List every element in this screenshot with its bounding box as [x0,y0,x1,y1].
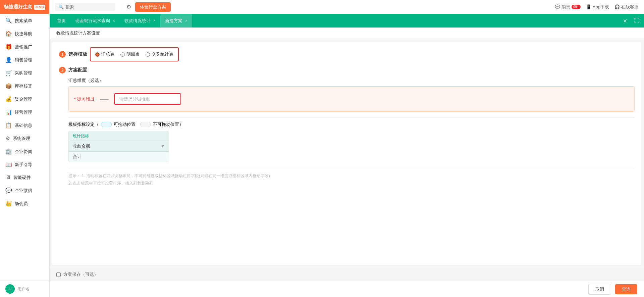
search-input[interactable] [66,5,109,9]
sidebar-item-enterprise[interactable]: 🏢 企业协同 [0,145,49,158]
static-hint-label: 不可拖动位置） [153,121,183,128]
summary-dimension-label: 汇总维度（必选） [68,78,635,84]
system-icon: ⚙ [5,135,10,142]
radio-cross-label: 交叉统计表 [152,51,173,57]
query-button[interactable]: 查询 [615,284,637,294]
radio-cross[interactable]: 交叉统计表 [146,51,173,57]
support-label: 在线客服 [621,4,639,10]
download-icon: 📱 [586,4,591,9]
purchase-icon: 🛒 [5,70,12,76]
sidebar-item-basic-info[interactable]: 📋 基础信息 [0,119,49,132]
message-label: 消息 [561,4,570,10]
sidebar-label-member: 畅会员 [15,201,28,207]
draggable-hint-label: 可拖动位置 [114,121,136,128]
sidebar-item-marketing[interactable]: 🎁 营销推广 [0,40,49,53]
marketing-icon: 🎁 [5,44,12,50]
sidebar-label-operations: 经营管理 [15,109,32,115]
footer-bar: 取消 查询 [50,281,644,297]
sidebar-item-wechat[interactable]: 💬 企业微信 [0,184,49,197]
metrics-table: 统计指标 收款金额 ▼ 合计 [68,131,169,162]
sidebar-item-purchase[interactable]: 🛒 采购管理 [0,66,49,80]
metrics-subtotal: 合计 [69,152,169,162]
search-box[interactable]: 🔍 [55,3,115,11]
save-option-bar: 方案保存（可选） [50,268,644,281]
save-checkbox[interactable] [56,273,61,277]
radio-summary-input[interactable] [95,52,100,57]
metrics-section: 模板指标设定（ 可拖动位置 不可拖动位置） 统计指标 收款金额 ▼ [68,117,635,162]
tab-close-new-plan[interactable]: × [185,18,187,23]
sidebar-item-finance[interactable]: 💰 资金管理 [0,93,49,106]
tab-label-new-plan: 新建方案 [165,18,182,24]
draggable-hint-dot [101,122,112,127]
sidebar-label-basic-info: 基础信息 [15,122,32,129]
sidebar-item-system[interactable]: ⚙ 系统管理 [0,132,49,145]
tab-home[interactable]: 首页 [52,14,70,28]
trial-button[interactable]: 体验行业方案 [135,2,171,12]
metrics-table-header: 统计指标 [69,131,169,141]
dimension-select[interactable]: 请选择分组维度 [114,93,181,105]
tab-bar: 首页现金银行流水查询×收款情况统计×新建方案× ✕ ⛶ [50,14,644,28]
radio-summary[interactable]: 汇总表 [95,51,114,57]
tab-receipt-stats[interactable]: 收款情况统计× [120,14,160,28]
sidebar-item-search-menu[interactable]: 🔍 搜索菜单 [0,14,49,27]
metrics-col-label: 收款金额 [73,143,90,149]
metrics-header-row: 模板指标设定（ 可拖动位置 不可拖动位置） [68,121,635,128]
quick-nav-icon: 🏠 [5,31,12,37]
radio-detail-input[interactable] [120,52,125,57]
download-item[interactable]: 📱 App下载 [586,4,609,10]
radio-detail[interactable]: 明细表 [120,51,140,57]
main-content: 🔍 ⚙ 体验行业方案 💬 消息 99+ 📱 App下载 🎧 在线客服 首页现金银… [50,0,644,297]
tab-close-receipt-stats[interactable]: × [153,18,156,23]
tab-bar-right: ✕ ⛶ [621,17,641,25]
radio-summary-label: 汇总表 [101,51,114,57]
row-dimension-label: * 纵向维度 [74,96,95,102]
sales-icon: 👤 [5,57,12,63]
close-all-icon[interactable]: ✕ [621,17,629,25]
sidebar-item-smart-hw[interactable]: 🖥 智能硬件 [0,171,49,184]
search-menu-icon: 🔍 [5,17,12,24]
sidebar-label-finance: 资金管理 [15,96,32,102]
tab-close-bank-flow[interactable]: × [113,18,115,23]
user-name: 用户名 [17,286,30,292]
support-item[interactable]: 🎧 在线客服 [614,4,639,10]
sidebar-item-inventory[interactable]: 📦 库存核算 [0,80,49,93]
finance-icon: 💰 [5,96,12,102]
step1-number: 1 [59,51,66,58]
message-item[interactable]: 💬 消息 99+ [555,4,581,10]
sidebar-item-operations[interactable]: 📊 经营管理 [0,106,49,119]
radio-cross-input[interactable] [146,52,150,57]
tips-area: 提示： 1. 拖动标题栏可以调整布局，不可跨维度或指标区域拖动栏目字段(只能在同… [68,169,635,190]
top-header: 🔍 ⚙ 体验行业方案 💬 消息 99+ 📱 App下载 🎧 在线客服 [50,0,644,14]
sidebar-item-newbie[interactable]: 📖 新手引导 [0,158,49,171]
gear-icon[interactable]: ⚙ [126,4,131,10]
inventory-icon: 📦 [5,83,12,89]
sidebar-item-member[interactable]: 👑 畅会员 [0,197,49,210]
sidebar-item-quick-nav[interactable]: 🏠 快捷导航 [0,27,49,40]
tab-label-receipt-stats: 收款情况统计 [124,18,151,24]
metrics-dropdown-icon[interactable]: ▼ [161,144,165,149]
metrics-section-label: 模板指标设定（ [68,121,99,128]
app-badge: 标准版 [34,5,45,10]
save-option-label: 方案保存（可选） [63,271,98,278]
cancel-button[interactable]: 取消 [588,284,611,295]
tab-new-plan[interactable]: 新建方案× [160,14,192,28]
basic-info-icon: 📋 [5,122,12,129]
sidebar-label-wechat: 企业微信 [15,188,32,194]
content-area: 收款情况统计方案设置 1 选择模板 汇总表 [50,28,644,281]
dimension-area: * 纵向维度 —— 请选择分组维度 [68,86,635,112]
tip2: 2. 点击标题栏下拉可设置排序、插入列和删除列 [68,180,635,187]
maximize-icon[interactable]: ⛶ [632,17,641,24]
sidebar-label-inventory: 库存核算 [15,83,32,89]
step2-body: 汇总维度（必选） * 纵向维度 —— 请选择分组维度 模板指标设定（ [68,78,635,190]
tab-bank-flow[interactable]: 现金银行流水查询× [70,14,120,28]
sidebar-bottom: U 用户名 [0,281,49,297]
tip1-text: 提示： 1. 拖动标题栏可以调整布局，不可跨维度或指标区域拖动栏目字段(只能在同… [68,172,270,180]
header-divider [121,4,121,10]
sidebar-label-newbie: 新手引导 [15,162,32,168]
sidebar-item-sales[interactable]: 👤 销售管理 [0,53,49,66]
sidebar-label-marketing: 营销推广 [15,44,32,50]
sidebar-label-quick-nav: 快捷导航 [15,31,32,37]
sidebar: 畅捷通好生意 标准版 🔍 搜索菜单 🏠 快捷导航 🎁 营销推广 👤 销售管理 🛒… [0,0,50,297]
sidebar-label-sales: 销售管理 [15,57,32,63]
metrics-cell-amount: 收款金额 ▼ [69,141,169,152]
